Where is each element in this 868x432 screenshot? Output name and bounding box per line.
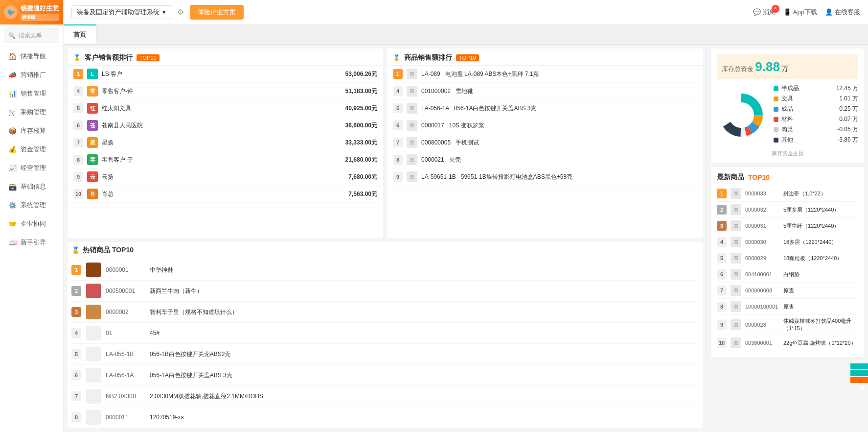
product-code: 10000100001: [745, 304, 779, 310]
sidebar-item-inventory[interactable]: 📦 库存核算: [0, 121, 63, 140]
product-image: 图: [407, 69, 417, 79]
product-code: LA-59651-1B: [421, 173, 456, 180]
topbar: 装备及固定资产辅助管理系统 ▾ ⚙ 体验行业方案 💬 消息 6 📱 App下载 …: [64, 0, 868, 24]
avatar: 星: [87, 137, 98, 148]
download-icon: 📱: [783, 8, 791, 16]
product-code: 000800008: [745, 288, 779, 293]
legend-name: 文具: [781, 95, 836, 103]
legend-item: 成品 0.25 万: [774, 105, 858, 113]
hot-products-section: 🏅 热销商品 TOP10 1 0000001 中华神鞋 2 000500001 …: [68, 242, 703, 428]
customer-name: 云扬: [102, 173, 344, 181]
product-name: 电池盖 LA-089 ABS本色+黑种 7.1克: [445, 71, 539, 77]
product-info: 0000017 10S 变积罗浆: [421, 121, 697, 130]
medal-icon-2: 🏅: [393, 54, 400, 61]
sidebar-item-marketing[interactable]: 📣 营销推广: [0, 66, 63, 84]
sidebar-item-basic-info[interactable]: 🗃️ 基础信息: [0, 177, 63, 196]
rank-number: 5: [393, 103, 403, 113]
rank-number: 3: [717, 221, 727, 231]
legend-name: 成品: [781, 105, 836, 113]
product-image: 图: [731, 269, 741, 280]
avatar: 苍: [87, 120, 98, 131]
rank-number: 8: [393, 155, 403, 165]
legend-item: 半成品 12.45 万: [774, 84, 858, 93]
rank-number: 8: [71, 412, 81, 422]
rank-number: 6: [71, 370, 81, 380]
download-label: App下载: [793, 8, 817, 17]
sidebar-item-management[interactable]: 📈 经营管理: [0, 159, 63, 177]
list-item: 7 NB2.0X30B 2.0X30MM双搓花轴,搓花直径2.1MM/ROHS: [71, 386, 699, 407]
product-name: 056-1A白色按键开关盖ABS 3壳: [150, 371, 699, 380]
service-label: 在线客服: [835, 8, 860, 17]
service-community-button[interactable]: 服务社区: [850, 370, 868, 376]
settings-icon[interactable]: ⚙: [177, 7, 184, 17]
marketing-label: 营销推广: [21, 71, 46, 79]
product-info: LA-089 电池盖 LA-089 ABS本色+黑种 7.1克: [421, 70, 697, 78]
sidebar-item-sales[interactable]: 📊 销售管理: [0, 84, 63, 103]
donut-chart: [717, 91, 766, 140]
tab-home[interactable]: 首页: [64, 24, 96, 44]
product-name: 2.0X30MM双搓花轴,搓花直径2.1MM/ROHS: [150, 392, 699, 401]
product-code: 0000002: [106, 309, 145, 315]
product-name: 18颗粒板（1220*2440）: [783, 255, 858, 262]
live-broadcast-button[interactable]: 直播: [850, 377, 868, 383]
table-row: 5 图 LA-056-1A 056-1A白色按键开关盖ABS 3克: [387, 100, 703, 117]
sidebar-item-cooperation[interactable]: 🤝 企业协同: [0, 215, 63, 233]
sidebar-nav: 🏠 快捷导航 📣 营销推广 📊 销售管理 🛒 采购管理 📦 库存核算 💰 资金管…: [0, 47, 63, 432]
customer-service-button[interactable]: 客服热线: [850, 363, 868, 369]
search-menu-button[interactable]: 🔍 搜索菜单: [4, 28, 59, 43]
product-ranking-table: 1 图 LA-089 电池盖 LA-089 ABS本色+黑种 7.1克 4 图: [387, 66, 703, 186]
messages-button[interactable]: 💬 消息 6: [753, 8, 776, 17]
cooperation-label: 企业协同: [21, 219, 46, 228]
product-name: 白钢垫: [783, 271, 858, 278]
customer-name: LS 客户: [102, 70, 342, 78]
product-ranking-header: 🏅 商品销售额排行 TOP10: [387, 48, 703, 66]
logo-icon: 🐦: [4, 5, 18, 19]
legend-value: 0.07 万: [839, 115, 858, 123]
rank-number: 7: [73, 138, 83, 147]
customer-value: 7,563.00元: [348, 190, 377, 198]
sidebar-item-system[interactable]: ⚙️ 系统管理: [0, 196, 63, 215]
product-image: [86, 284, 101, 298]
app-download-button[interactable]: 📱 App下载: [783, 8, 817, 17]
new-products-label: 最新商品: [717, 173, 744, 182]
product-image: [86, 263, 101, 277]
search-icon: 🔍: [8, 32, 16, 39]
product-code: 0000029: [745, 255, 779, 261]
list-item: 8 图 10000100001 原查: [717, 299, 858, 315]
table-row: 1 图 LA-089 电池盖 LA-089 ABS本色+黑种 7.1克: [387, 66, 703, 83]
product-name: 056-1A白色按键开关盖ABS 3克: [454, 105, 537, 112]
customer-ranking-card: 🏅 客户销售额排行 TOP10 1 L LS 客户 53,006.26元 4: [68, 48, 383, 238]
customer-name: 肖总: [102, 190, 344, 198]
avatar: 肖: [87, 189, 98, 199]
hot-products-title: 🏅 热销商品 TOP10: [71, 246, 699, 255]
inventory-icon: 📦: [8, 127, 17, 135]
system-selector[interactable]: 装备及固定资产辅助管理系统 ▾: [71, 5, 171, 19]
customer-value: 21,680.00元: [345, 156, 377, 164]
product-image: 图: [407, 86, 417, 96]
chart-label: 库存资金占比: [717, 150, 858, 157]
product-image: 图: [731, 237, 741, 247]
dropdown-icon: ▾: [162, 8, 166, 16]
product-name: 原查: [783, 303, 858, 311]
legend-name: 材料: [781, 115, 836, 123]
table-row: 1 L LS 客户 53,006.26元: [68, 66, 383, 83]
legend-dot: [774, 117, 778, 122]
trial-button[interactable]: 体验行业方案: [190, 5, 244, 20]
product-name: 新西兰牛肉（新牛）: [150, 287, 699, 295]
product-code: NB2.0X30B: [106, 393, 145, 400]
finance-label: 资金管理: [21, 145, 46, 154]
sidebar-item-shortcuts[interactable]: 🏠 快捷导航: [0, 47, 63, 66]
rank-number: 6: [73, 120, 83, 130]
legend-dot: [774, 86, 778, 91]
customer-value: 51,183.00元: [345, 87, 377, 96]
customer-name: 星扬: [102, 139, 342, 147]
online-service-button[interactable]: 👤 在线客服: [825, 8, 860, 17]
sidebar-item-guide[interactable]: 📖 新手引导: [0, 233, 63, 252]
sidebar-item-finance[interactable]: 💰 资金管理: [0, 140, 63, 159]
sidebar-item-purchase[interactable]: 🛒 采购管理: [0, 103, 63, 121]
table-row: 5 红 红太阳文具 40,925.00元: [68, 100, 383, 117]
app-logo: 🐦 畅捷通好生意 标准版: [0, 0, 63, 24]
product-info: LA-056-1A 056-1A白色按键开关盖ABS 3克: [421, 104, 697, 113]
service-icon: 👤: [825, 8, 833, 16]
table-row: 9 云 云扬 7,680.00元: [68, 168, 383, 186]
